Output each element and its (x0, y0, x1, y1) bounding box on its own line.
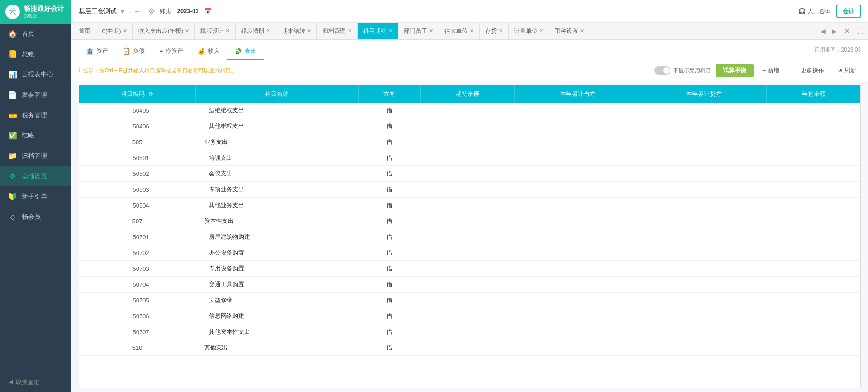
tab-income-report[interactable]: 收入支出表(年报) ✕ (133, 23, 195, 39)
refresh-button[interactable]: ↺ 刷新 (833, 64, 861, 77)
tab-prev-icon[interactable]: ◀ (818, 26, 828, 37)
tab-bar-close-icon[interactable]: ✕ (840, 25, 854, 37)
company-selector[interactable]: 基层工会测试 ▼ (79, 7, 126, 15)
sidebar-collapse-btn[interactable]: ◀ 取消固定 (0, 373, 71, 392)
table-row[interactable]: 50704 交通工具购置 借 (79, 277, 860, 293)
cell-ytd-credit (641, 198, 767, 213)
disable-toggle[interactable] (654, 66, 670, 75)
table-row[interactable]: 50406 其他维权支出 借 (79, 118, 860, 134)
tab-close-icon[interactable]: ✕ (388, 28, 392, 34)
sidebar-item-member[interactable]: ◇ 畅会员 (0, 207, 71, 227)
balance-button[interactable]: 试算平衡 (716, 64, 754, 77)
tab-close-icon[interactable]: ✕ (266, 28, 270, 34)
cell-code: 50406 (79, 118, 195, 134)
calendar-icon[interactable]: 📅 (204, 8, 212, 14)
cell-ytd-debit (515, 261, 641, 277)
sub-tab-liability[interactable]: 📋 负债 (115, 43, 152, 60)
consult-button[interactable]: 🎧 人工咨询 (798, 7, 831, 15)
tab-next-icon[interactable]: ▶ (829, 26, 840, 37)
cell-ytd-debit (515, 150, 641, 166)
sidebar-nav: 🏠 首页 📒 总账 📊 云报表中心 📄 发票管理 💳 税务管理 ✅ 结账 📁 归… (0, 24, 71, 373)
cell-balance (420, 261, 514, 277)
add-tab-button[interactable]: ＋ (131, 4, 143, 19)
sidebar-item-ledger-label: 总账 (22, 50, 34, 58)
tab-inventory[interactable]: 存货 ✕ (480, 23, 509, 39)
cell-code: 510 (79, 340, 195, 356)
table-row[interactable]: 50502 会议支出 借 (79, 166, 860, 182)
ledger-icon: 📒 (8, 50, 17, 58)
sidebar-item-close[interactable]: ✅ 结账 (0, 125, 71, 146)
sidebar: 云 畅捷通好会计 旗舰版 🏠 首页 📒 总账 📊 云报表中心 📄 发票管理 💳 … (0, 0, 71, 392)
tab-close-icon[interactable]: ✕ (470, 28, 474, 34)
col-settings-icon[interactable] (146, 91, 153, 97)
sidebar-item-ledger[interactable]: 📒 总账 (0, 44, 71, 64)
tab-close-icon[interactable]: ✕ (226, 28, 230, 34)
cell-opening (767, 134, 860, 150)
tab-close-icon[interactable]: ✕ (499, 28, 503, 34)
tab-close-icon[interactable]: ✕ (185, 28, 189, 34)
tab-close-icon[interactable]: ✕ (429, 28, 433, 34)
sidebar-item-settings[interactable]: ⚙ 基础设置 (0, 166, 71, 186)
tab-period-report[interactable]: ₵(中期) ✕ (96, 23, 133, 39)
tab-close-icon[interactable]: ✕ (539, 28, 543, 34)
tab-subject-init[interactable]: 科目期初 ✕ (358, 23, 398, 39)
tab-template[interactable]: 模版设计 ✕ (195, 23, 236, 39)
settings-gear-icon[interactable]: ⚙ (148, 7, 155, 15)
tab-department[interactable]: 部门员工 ✕ (398, 23, 439, 39)
cell-name: 运维维权支出 (195, 103, 358, 118)
cell-name: 其他资本性支出 (195, 324, 358, 340)
table-row[interactable]: 50503 专项业务支出 借 (79, 182, 860, 198)
cell-balance (420, 213, 514, 229)
add-button[interactable]: + 新增 (758, 64, 784, 77)
cell-balance (420, 245, 514, 261)
sidebar-item-archive[interactable]: 📁 归档管理 (0, 146, 71, 166)
more-button[interactable]: ⋯ 更多操作 (788, 64, 829, 77)
table-row[interactable]: 50504 其他业务支出 借 (79, 198, 860, 213)
sub-tab-expenditure[interactable]: 💸 支出 (227, 43, 264, 60)
cell-balance (420, 293, 514, 308)
tab-tax-clear[interactable]: 税表清册 ✕ (236, 23, 276, 39)
tab-currency[interactable]: 币种设置 ✕ (549, 23, 590, 39)
cell-name: 其他维权支出 (195, 118, 358, 134)
tab-bar-controls: ◀ ▶ ✕ ⛶ (818, 25, 866, 37)
tab-close-icon[interactable]: ✕ (307, 28, 311, 34)
sidebar-item-home[interactable]: 🏠 首页 (0, 24, 71, 44)
top-header: 基层工会测试 ▼ ＋ ⚙ 账期 2023-03 📅 🎧 人工咨询 会计 (71, 0, 868, 23)
col-direction: 方向 (358, 85, 420, 103)
sidebar-item-guide[interactable]: 🔰 新手引导 (0, 186, 71, 207)
tab-period-close[interactable]: 期末结转 ✕ (276, 23, 317, 39)
table-row[interactable]: 50501 培训支出 借 (79, 150, 860, 166)
table-row[interactable]: 50702 办公设备购置 借 (79, 245, 860, 261)
tab-period-report-label: ₵(中期) (102, 27, 121, 35)
table-row[interactable]: 50705 大型修缮 借 (79, 293, 860, 308)
subject-table: 科目编码 科目名称 方向 期初余额 本年累计借方 本年累计贷方 年初余额 504… (79, 85, 860, 356)
tab-contacts[interactable]: 往来单位 ✕ (439, 23, 480, 39)
toggle-knob (663, 67, 670, 74)
table-row[interactable]: 50405 运维维权支出 借 (79, 103, 860, 118)
cell-code: 50704 (79, 277, 195, 293)
tab-close-icon[interactable]: ✕ (348, 28, 352, 34)
tab-close-icon[interactable]: ✕ (580, 28, 584, 34)
tab-home[interactable]: 首页 (73, 23, 96, 39)
table-row[interactable]: 50706 信息网络购建 借 (79, 308, 860, 324)
sidebar-item-invoice[interactable]: 📄 发票管理 (0, 85, 71, 105)
sub-tab-net-asset[interactable]: ≡ 净资产 (152, 43, 190, 60)
table-row[interactable]: 50703 专用设备购置 借 (79, 261, 860, 277)
sub-tab-asset[interactable]: 🏦 资产 (79, 43, 115, 60)
sidebar-item-reports[interactable]: 📊 云报表中心 (0, 64, 71, 85)
table-row[interactable]: 505 业务支出 借 (79, 134, 860, 150)
cell-balance (420, 198, 514, 213)
cell-opening (767, 308, 860, 324)
table-row[interactable]: 507 资本性支出 借 (79, 213, 860, 229)
table-row[interactable]: 50701 房屋建筑物购建 借 (79, 229, 860, 245)
tab-archive-mgmt[interactable]: 归档管理 ✕ (317, 23, 358, 39)
sidebar-item-tax[interactable]: 💳 税务管理 (0, 105, 71, 125)
cell-opening (767, 277, 860, 293)
tab-close-icon[interactable]: ✕ (123, 28, 127, 34)
table-row[interactable]: 50707 其他资本性支出 借 (79, 324, 860, 340)
tab-bar-expand-icon[interactable]: ⛶ (854, 26, 866, 37)
sub-tab-income[interactable]: 💰 收入 (190, 43, 227, 60)
account-button[interactable]: 会计 (836, 5, 861, 18)
table-row[interactable]: 510 其他支出 借 (79, 340, 860, 356)
tab-unit[interactable]: 计量单位 ✕ (509, 23, 549, 39)
